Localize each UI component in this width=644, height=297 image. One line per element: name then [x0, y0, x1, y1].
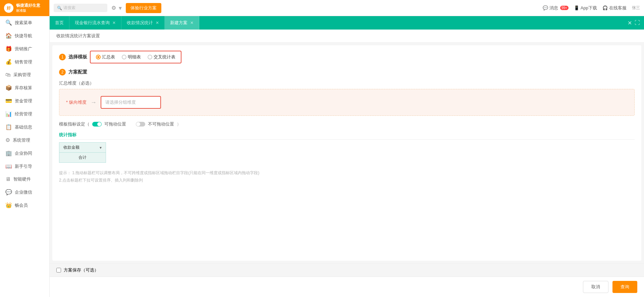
sidebar-item-inventory[interactable]: 📦 库存核算 [0, 81, 49, 94]
sidebar-item-marketing[interactable]: 🎁 营销推广 [0, 42, 49, 55]
metrics-section-label: 统计指标 [59, 131, 635, 140]
tab-receipt-stat-close[interactable]: ✕ [156, 20, 159, 25]
sidebar-item-basic-info[interactable]: 📋 基础信息 [0, 120, 49, 134]
finance-icon: 💳 [5, 98, 12, 104]
tab-new-plan-close[interactable]: ✕ [190, 20, 194, 25]
metrics-cell-amount[interactable]: 收款金额 ▾ [59, 142, 106, 153]
radio-summary-indicator [96, 55, 101, 59]
search-bar[interactable]: 🔍 请搜索 [54, 4, 107, 12]
tabbar: 首页 现金银行流水查询 ✕ 收款情况统计 ✕ 新建方案 ✕ ✕ ⛶ [50, 16, 644, 30]
member-icon: 👑 [5, 202, 12, 208]
metrics-cell-total: 合计 [59, 153, 106, 163]
quick-nav-icon: 🏠 [5, 33, 12, 39]
topbar-right: 💬 消息 99+ 📱 App下载 🎧 在线客服 张三 [543, 5, 640, 11]
user-avatar[interactable]: 张三 [632, 5, 640, 11]
dropdown-arrow-icon[interactable]: ▾ [119, 4, 122, 12]
sidebar-item-system[interactable]: ⚙ 系统管理 [0, 134, 49, 147]
main-area: 🔍 请搜索 ⚙ ▾ 体验行业方案 💬 消息 99+ 📱 App下载 🎧 在线客服… [50, 0, 644, 297]
sidebar-item-finance[interactable]: 💳 资金管理 [0, 94, 49, 107]
dropdown-icon: ▾ [100, 145, 102, 150]
tab-home[interactable]: 首页 [50, 16, 69, 30]
hardware-icon: 🖥 [5, 176, 11, 182]
sales-icon: 💰 [5, 59, 12, 65]
metrics-area: 模板指标设定（ 可拖动位置 不可拖动位置 ） 统计指标 收款金额 ▾ [59, 121, 635, 163]
message-icon: 💬 [543, 5, 548, 10]
radio-cross[interactable]: 交叉统计表 [148, 54, 175, 60]
tab-new-plan[interactable]: 新建方案 ✕ [165, 16, 199, 30]
tab-cashflow[interactable]: 现金银行流水查询 ✕ [69, 16, 121, 30]
non-draggable-toggle[interactable] [136, 122, 145, 127]
system-icon: ⚙ [5, 137, 10, 143]
content-body: 1 选择模板 汇总表 明细表 交叉统计表 [52, 45, 641, 261]
online-service-btn[interactable]: 🎧 在线客服 [602, 5, 627, 11]
section2-header: 2 方案配置 [59, 69, 635, 76]
content-area: 收款情况统计方案设置 1 选择模板 汇总表 明细表 [50, 30, 644, 297]
search-menu-icon: 🔍 [5, 19, 12, 26]
window-close-icon[interactable]: ✕ [628, 20, 632, 26]
wechat-icon: 💬 [5, 189, 12, 195]
enterprise-icon: 🏢 [5, 150, 12, 156]
settings-icon[interactable]: ⚙ [111, 5, 116, 11]
guide-icon: 📖 [5, 163, 12, 169]
marketing-icon: 🎁 [5, 46, 12, 52]
sidebar-item-wechat[interactable]: 💬 企业微信 [0, 186, 49, 199]
bottom-action-bar: 取消 查询 [50, 277, 644, 297]
topbar: 🔍 请搜索 ⚙ ▾ 体验行业方案 💬 消息 99+ 📱 App下载 🎧 在线客服… [50, 0, 644, 16]
radio-detail[interactable]: 明细表 [122, 54, 141, 60]
metrics-header: 模板指标设定（ 可拖动位置 不可拖动位置 ） [59, 121, 635, 127]
dimension-selector[interactable]: 请选择分组维度 [101, 96, 161, 109]
dimension-row: * 纵向维度 → 请选择分组维度 [66, 96, 628, 109]
metrics-table: 收款金额 ▾ 合计 [59, 142, 635, 163]
logo-icon: 好 [4, 3, 13, 13]
tab-cashflow-close[interactable]: ✕ [112, 20, 116, 25]
purchase-icon: 🛍 [5, 72, 11, 78]
app-icon: 📱 [574, 5, 579, 10]
tab-receipt-stat[interactable]: 收款情况统计 ✕ [121, 16, 165, 30]
query-button[interactable]: 查询 [612, 281, 637, 293]
vertical-dimension-label: * 纵向维度 [66, 99, 87, 105]
sidebar-item-guide[interactable]: 📖 新手引导 [0, 160, 49, 173]
radio-detail-indicator [122, 55, 126, 59]
operation-icon: 📊 [5, 111, 12, 117]
sidebar: 好 畅捷通好生意 标准版 🔍 搜索菜单 🏠 快捷导航 🎁 营销推广 💰 销售管理… [0, 0, 50, 297]
sidebar-item-search-menu[interactable]: 🔍 搜索菜单 [0, 16, 49, 29]
service-icon: 🎧 [602, 5, 608, 10]
content-header: 收款情况统计方案设置 [50, 30, 644, 43]
tips-area: 提示： 1.拖动标题栏可以调整布局，不可跨维度或指标区域拖动栏目字段(只能在同一… [59, 169, 635, 184]
subsection-label: 汇总维度（必选） [59, 80, 635, 86]
industry-btn[interactable]: 体验行业方案 [126, 3, 161, 13]
cancel-button[interactable]: 取消 [583, 281, 608, 293]
app-download-btn[interactable]: 📱 App下载 [574, 5, 597, 11]
tabbar-spacer [199, 16, 624, 30]
dimension-area: * 纵向维度 → 请选择分组维度 [59, 89, 635, 116]
sidebar-item-quick-nav[interactable]: 🏠 快捷导航 [0, 29, 49, 42]
sidebar-item-purchase[interactable]: 🛍 采购管理 [0, 68, 49, 81]
search-icon: 🔍 [57, 6, 62, 10]
radio-summary[interactable]: 汇总表 [96, 54, 115, 60]
sidebar-item-operation[interactable]: 📊 经营管理 [0, 107, 49, 120]
footer-save: 方案保存（可选） [50, 263, 644, 277]
message-btn[interactable]: 💬 消息 99+ [543, 5, 569, 11]
dimension-arrow-icon: → [91, 99, 97, 106]
save-checkbox[interactable] [56, 268, 61, 273]
sidebar-item-member[interactable]: 👑 畅会员 [0, 199, 49, 212]
section2: 2 方案配置 汇总维度（必选） * 纵向维度 → 请选择分组维度 [59, 69, 635, 184]
template-radio-group: 汇总表 明细表 交叉统计表 [90, 51, 181, 63]
sidebar-item-hardware[interactable]: 🖥 智能硬件 [0, 173, 49, 186]
draggable-toggle[interactable] [92, 122, 102, 127]
section1-header: 1 选择模板 汇总表 明细表 交叉统计表 [59, 51, 635, 63]
logo-text: 畅捷通好生意 标准版 [16, 3, 40, 13]
logo: 好 畅捷通好生意 标准版 [0, 0, 49, 16]
tabbar-controls: ✕ ⛶ [624, 16, 644, 30]
sidebar-item-enterprise[interactable]: 🏢 企业协同 [0, 147, 49, 160]
radio-cross-indicator [148, 55, 152, 59]
window-expand-icon[interactable]: ⛶ [635, 20, 640, 26]
inventory-icon: 📦 [5, 85, 12, 91]
sidebar-item-sales[interactable]: 💰 销售管理 [0, 55, 49, 68]
basic-info-icon: 📋 [5, 124, 12, 130]
